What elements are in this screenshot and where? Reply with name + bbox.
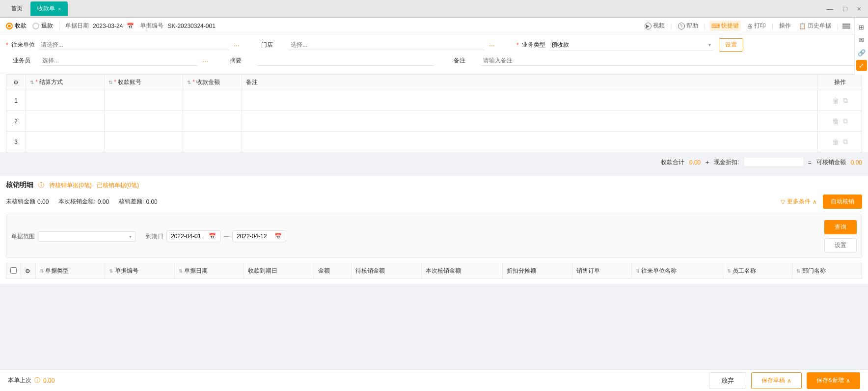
cal-from-icon[interactable]: 📅 <box>209 233 216 240</box>
date-to-input[interactable]: 2022-04-12 📅 <box>232 230 286 242</box>
bottom-value: 0.00 <box>43 377 54 384</box>
business-type-select[interactable]: 预收款 ▾ <box>549 39 713 51</box>
row-remark-2[interactable] <box>242 111 818 132</box>
history-btn[interactable]: 📋 历史单据 <box>797 21 833 31</box>
video-btn[interactable]: ▶ 视频 <box>643 21 667 31</box>
shortcut-btn[interactable]: ⌨ 快捷键 <box>709 21 741 31</box>
query-button[interactable]: 查询 <box>824 220 857 234</box>
copy-btn-3[interactable]: ⧉ <box>843 138 848 146</box>
row-num-1: 1 <box>6 90 26 111</box>
current-value: 0.00 <box>98 198 109 205</box>
close-btn[interactable]: × <box>854 4 864 14</box>
top-toolbar: 收款 退款 单据日期 2023-03-24 📅 单据编号 SK-20230324… <box>0 18 868 34</box>
done-tab-link[interactable]: 已核销单据(0笔) <box>97 181 139 190</box>
doc-date-label: 单据日期 <box>65 22 89 30</box>
copy-btn-1[interactable]: ⧉ <box>843 96 848 105</box>
minimize-btn[interactable]: — <box>823 4 836 14</box>
delete-btn-2[interactable]: 🗑 <box>832 117 839 125</box>
remark-input[interactable] <box>481 56 862 66</box>
settings-button[interactable]: 设置 <box>719 38 743 52</box>
store-more-btn[interactable]: ··· <box>487 41 497 49</box>
col-due-date: 收款到期日 <box>244 263 314 279</box>
chevron-up-icon: ∧ <box>813 198 817 205</box>
col-gear[interactable]: ⚙ <box>21 263 36 279</box>
doc-date-value[interactable]: 2023-03-24 <box>93 23 123 29</box>
col-checkbox[interactable] <box>6 263 21 279</box>
copy-btn-2[interactable]: ⧉ <box>843 117 848 125</box>
delete-btn-3[interactable]: 🗑 <box>832 138 839 146</box>
store-input[interactable] <box>289 40 484 50</box>
receipt-table: ⚙ ⇅ * 结算方式 ⇅ * 收款账号 ⇅ * 收款金额 <box>6 74 862 152</box>
sidebar-email-icon[interactable]: ✉ <box>856 34 867 45</box>
table-row: 1 🗑 ⧉ <box>6 90 862 111</box>
row-account-3[interactable] <box>105 132 183 152</box>
row-account-2[interactable] <box>105 111 183 132</box>
sidebar-table-icon[interactable]: ⊞ <box>856 22 867 32</box>
available-label: 可核销金额 <box>816 158 846 167</box>
sort-doc-no[interactable]: ⇅ <box>109 268 113 274</box>
help-btn[interactable]: ? 帮助 <box>676 21 700 31</box>
unchecked-value: 0.00 <box>37 198 49 205</box>
tab-close-icon[interactable]: × <box>58 6 61 12</box>
tab-home[interactable]: 首页 <box>4 1 29 16</box>
row-remark-1[interactable] <box>242 90 818 111</box>
sort-icon-account[interactable]: ⇅ <box>108 80 112 85</box>
operations-btn[interactable]: 操作 <box>777 21 793 31</box>
view-toggle-btn[interactable] <box>842 24 850 28</box>
tab-home-label: 首页 <box>11 4 23 13</box>
salesperson-input[interactable] <box>40 56 197 66</box>
receipt-type-group: 收款 退款 <box>6 22 53 30</box>
salesperson-more-btn[interactable]: ··· <box>200 57 210 65</box>
sort-doc-date[interactable]: ⇅ <box>179 268 183 274</box>
doc-no-label: 单据编号 <box>140 22 163 30</box>
gear-settings-icon[interactable]: ⚙ <box>13 79 19 86</box>
calendar-icon[interactable]: 📅 <box>127 23 134 29</box>
row-account-1[interactable] <box>105 90 183 111</box>
writeoff-section: 核销明细 ⓘ 待核销单据(0笔) 已核销单据(0笔) 未核销金额 0.00 本次… <box>0 176 868 284</box>
discount-input[interactable] <box>744 158 803 167</box>
date-separator: — <box>223 233 229 240</box>
doc-range-select[interactable]: ▾ <box>38 231 136 242</box>
settings-small-button[interactable]: 设置 <box>824 238 857 252</box>
tab-receipt[interactable]: 收款单 × <box>30 1 68 16</box>
sort-partner[interactable]: ⇅ <box>636 268 640 274</box>
partner-more-btn[interactable]: ··· <box>232 41 242 49</box>
auto-writeoff-btn[interactable]: 自动核销 <box>823 195 862 209</box>
writeoff-info-icon[interactable]: ⓘ <box>38 181 44 190</box>
maximize-btn[interactable]: □ <box>840 4 850 14</box>
print-btn[interactable]: 🖨 打印 <box>745 21 768 31</box>
shortcut-icon: ⌨ <box>711 23 720 29</box>
row-settlement-2[interactable] <box>26 111 105 132</box>
date-from-input[interactable]: 2022-04-01 📅 <box>166 230 220 242</box>
save-button[interactable]: 保存&新增 ∧ <box>807 372 860 389</box>
select-all-checkbox[interactable] <box>10 267 17 274</box>
sort-doc-type[interactable]: ⇅ <box>40 268 44 274</box>
row-amount-3[interactable] <box>183 132 242 152</box>
sort-icon-settlement[interactable]: ⇅ <box>30 80 34 85</box>
more-conditions-btn[interactable]: ▽ 更多条件 ∧ <box>781 197 817 206</box>
summary-input[interactable] <box>257 56 434 66</box>
row-remark-3[interactable] <box>242 132 818 152</box>
sidebar-expand-icon[interactable]: ⤢ <box>856 60 867 71</box>
sidebar-link-icon[interactable]: 🔗 <box>856 47 867 58</box>
row-amount-2[interactable] <box>183 111 242 132</box>
draft-chevron-icon: ∧ <box>787 377 791 384</box>
row-settlement-1[interactable] <box>26 90 105 111</box>
cal-to-icon[interactable]: 📅 <box>274 233 282 240</box>
pending-tab-link[interactable]: 待核销单据(0笔) <box>49 181 92 190</box>
radio-receipt[interactable]: 收款 <box>6 22 27 30</box>
discard-button[interactable]: 放弃 <box>709 372 746 389</box>
sort-employee[interactable]: ⇅ <box>727 268 731 274</box>
available-value: 0.00 <box>851 159 862 166</box>
row-amount-1[interactable] <box>183 90 242 111</box>
radio-refund[interactable]: 退款 <box>32 22 53 30</box>
draft-button[interactable]: 保存草稿 ∧ <box>751 372 802 389</box>
writeoff-stats: 未核销金额 0.00 本次核销金额: 0.00 核销差额: 0.00 ▽ 更多条… <box>6 195 862 209</box>
doc-no-value[interactable]: SK-20230324-001 <box>167 23 215 29</box>
col-settings[interactable]: ⚙ <box>6 75 26 90</box>
sort-dept[interactable]: ⇅ <box>796 268 800 274</box>
partner-input[interactable] <box>39 40 229 50</box>
row-settlement-3[interactable] <box>26 132 105 152</box>
delete-btn-1[interactable]: 🗑 <box>832 97 839 105</box>
sort-icon-amount[interactable]: ⇅ <box>187 80 191 85</box>
